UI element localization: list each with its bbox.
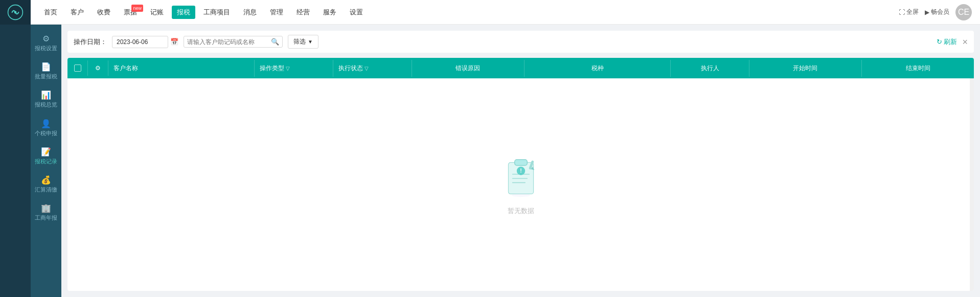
nav-right: ⛶ 全屏 ▶ 畅会员 CE: [899, 4, 972, 20]
top-navigation: 首页 客户 收费 票据 new 记账 报税 工商项目 消息 管理 经营 服务 设…: [31, 0, 980, 25]
sub-item-annual-report[interactable]: 🏢 工商年报: [31, 198, 61, 226]
th-error-reason: 错误原因: [412, 60, 525, 77]
refresh-label: 刷新: [944, 37, 957, 47]
member-button[interactable]: ▶ 畅会员: [925, 8, 949, 16]
sub-item-batch-tax-label: 批量报税: [35, 73, 57, 80]
th-executor: 执行人: [671, 60, 749, 77]
table-container: ⚙ 客户名称 操作类型 ▽ 执行状态 ▽ 错误原因: [67, 58, 974, 291]
filter-button[interactable]: 筛选 ▼: [288, 35, 318, 49]
member-label: 畅会员: [931, 8, 949, 16]
annual-settlement-icon: 💰: [41, 175, 51, 185]
invoice-badge: new: [131, 5, 143, 12]
sub-item-tax-overview[interactable]: 📊 报税总览: [31, 85, 61, 113]
main-wrapper: 首页 客户 收费 票据 new 记账 报税 工商项目 消息 管理 经营 服务 设…: [31, 0, 980, 297]
batch-tax-icon: 📄: [41, 62, 51, 72]
nav-client[interactable]: 客户: [65, 6, 89, 19]
nav-fee[interactable]: 收费: [92, 6, 116, 19]
annual-report-icon: 🏢: [41, 203, 51, 213]
table-body: ! 暂无数据: [67, 78, 974, 291]
nav-business[interactable]: 工商项目: [198, 6, 235, 19]
nav-message[interactable]: 消息: [238, 6, 262, 19]
app-logo: [0, 0, 31, 25]
nav-tax[interactable]: 报税: [172, 6, 195, 19]
main-panel: 操作日期： 📅 🔍 筛选 ▼ ↻ 刷新 ×: [61, 25, 980, 297]
refresh-icon: ↻: [937, 38, 942, 46]
svg-rect-3: [514, 159, 527, 165]
search-icon[interactable]: 🔍: [271, 38, 279, 46]
video-icon: ▶: [925, 9, 929, 16]
svg-point-11: [512, 193, 530, 197]
sub-item-tax-records-label: 报税记录: [35, 158, 57, 165]
close-button[interactable]: ×: [962, 37, 968, 47]
fullscreen-label: 全屏: [906, 8, 919, 16]
sub-item-annual-settlement[interactable]: 💰 汇算清缴: [31, 170, 61, 198]
nav-invoice[interactable]: 票据 new: [119, 6, 142, 19]
nav-bookkeeping[interactable]: 记账: [145, 6, 169, 19]
fullscreen-button[interactable]: ⛶ 全屏: [899, 8, 919, 16]
empty-illustration: !: [498, 154, 544, 200]
sub-item-annual-report-label: 工商年报: [35, 215, 57, 221]
nav-manage[interactable]: 管理: [265, 6, 288, 19]
avatar[interactable]: CE: [955, 4, 972, 20]
th-end-time: 结束时间: [862, 60, 974, 77]
calendar-icon: 📅: [170, 38, 178, 46]
select-all-checkbox[interactable]: [74, 65, 81, 72]
nav-home[interactable]: 首页: [39, 6, 62, 19]
refresh-button[interactable]: ↻ 刷新: [937, 37, 957, 47]
th-tax-type: 税种: [525, 60, 671, 77]
empty-text: 暂无数据: [508, 206, 534, 216]
th-gear[interactable]: ⚙: [88, 60, 108, 76]
fullscreen-icon: ⛶: [899, 9, 905, 16]
empty-state: ! 暂无数据: [488, 144, 554, 226]
th-exec-status: 执行状态 ▽: [333, 60, 412, 77]
page-content: ⚙ 报税设置 📄 批量报税 📊 报税总览 👤 个税申报 📝 报税记录 💰: [31, 25, 980, 297]
gear-icon: ⚙: [95, 65, 101, 72]
nav-service[interactable]: 服务: [318, 6, 341, 19]
date-input-wrap: 📅: [112, 36, 178, 48]
sub-item-batch-tax[interactable]: 📄 批量报税: [31, 57, 61, 85]
main-sidebar: [0, 0, 31, 297]
search-wrap: 🔍: [184, 36, 283, 48]
search-input[interactable]: [187, 38, 269, 46]
sub-item-tax-overview-label: 报税总览: [35, 101, 57, 108]
th-op-type: 操作类型 ▽: [255, 60, 333, 77]
sub-item-annual-settlement-label: 汇算清缴: [35, 186, 57, 193]
exec-status-filter-icon[interactable]: ▽: [364, 66, 369, 71]
th-checkbox: [67, 60, 88, 76]
tax-overview-icon: 📊: [41, 90, 51, 100]
sub-item-tax-settings[interactable]: ⚙ 报税设置: [31, 29, 61, 57]
th-client: 客户名称: [108, 60, 255, 77]
date-label: 操作日期：: [74, 37, 107, 47]
sub-item-tax-records[interactable]: 📝 报税记录: [31, 142, 61, 170]
filter-label: 筛选: [293, 37, 306, 46]
svg-text:!: !: [520, 167, 522, 174]
sub-item-personal-tax-label: 个税申报: [35, 130, 57, 137]
tax-records-icon: 📝: [41, 147, 51, 157]
sub-item-tax-settings-label: 报税设置: [35, 45, 57, 52]
personal-tax-icon: 👤: [41, 119, 51, 129]
scroll-bar[interactable]: [970, 78, 974, 291]
toolbar: 操作日期： 📅 🔍 筛选 ▼ ↻ 刷新 ×: [67, 31, 974, 53]
table-header: ⚙ 客户名称 操作类型 ▽ 执行状态 ▽ 错误原因: [67, 58, 974, 78]
nav-settings[interactable]: 设置: [345, 6, 368, 19]
date-input[interactable]: [112, 36, 168, 48]
tax-settings-icon: ⚙: [42, 34, 50, 44]
nav-items: 首页 客户 收费 票据 new 记账 报税 工商项目 消息 管理 经营 服务 设…: [39, 6, 899, 19]
sub-sidebar: ⚙ 报税设置 📄 批量报税 📊 报税总览 👤 个税申报 📝 报税记录 💰: [31, 25, 61, 297]
sub-item-personal-tax[interactable]: 👤 个税申报: [31, 114, 61, 142]
nav-operation[interactable]: 经营: [291, 6, 315, 19]
op-type-filter-icon[interactable]: ▽: [286, 66, 290, 71]
th-start-time: 开始时间: [749, 60, 862, 77]
svg-point-1: [14, 11, 17, 14]
chevron-down-icon: ▼: [308, 39, 313, 45]
